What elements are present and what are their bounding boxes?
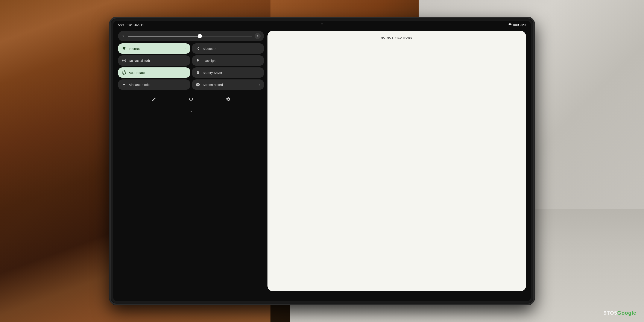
tile-screenrecord[interactable]: Screen record › [192, 80, 264, 90]
wifi-icon [508, 24, 512, 26]
tile-autorotate-label: Auto-rotate [129, 71, 186, 74]
tile-bluetooth[interactable]: Bluetooth [192, 43, 264, 54]
tile-screenrecord-chevron: › [259, 83, 260, 86]
airplane-tile-icon [122, 82, 126, 87]
auto-brightness-button[interactable] [254, 33, 260, 39]
notification-panel: NO NOTIFICATIONS [268, 31, 526, 291]
no-notifications-label: NO NOTIFICATIONS [381, 36, 412, 39]
battery-percent: 97% [520, 23, 526, 26]
watermark-google: Google [617, 310, 636, 316]
dnd-tile-icon [122, 58, 126, 63]
tile-internet[interactable]: Internet › [118, 43, 190, 54]
settings-button[interactable] [224, 95, 232, 104]
tile-internet-label: Internet [129, 47, 183, 50]
tile-airplanemode[interactable]: Airplane mode [118, 80, 190, 90]
tile-dnd[interactable]: Do Not Disturb [118, 56, 190, 66]
status-bar: 5:21 Tue, Jan 11 97% [113, 20, 531, 29]
power-button[interactable] [187, 95, 195, 104]
tile-flashlight[interactable]: Flashlight [192, 56, 264, 66]
tile-autorotate[interactable]: Auto-rotate [118, 68, 190, 78]
battery-fill [514, 24, 518, 26]
screenrecord-tile-icon [196, 82, 200, 87]
collapse-icon: ⌄ [189, 108, 193, 113]
battery-display: 97% [514, 23, 526, 26]
tile-bluetooth-label: Bluetooth [203, 47, 260, 50]
tile-batterysaver-label: Battery Saver [203, 71, 260, 74]
tile-grid: Internet › Bluetooth Do Not Disturb [118, 43, 264, 90]
tablet-screen: 5:21 Tue, Jan 11 97% [113, 20, 531, 302]
status-date: Tue, Jan 11 [127, 23, 144, 27]
tile-airplane-label: Airplane mode [129, 83, 186, 86]
tablet-frame: 5:21 Tue, Jan 11 97% [110, 17, 534, 305]
watermark: 9TO5Google [604, 310, 636, 316]
flashlight-tile-icon [196, 58, 200, 63]
brightness-row[interactable] [118, 31, 264, 41]
battery-icon [514, 24, 518, 26]
edit-tiles-button[interactable] [150, 95, 158, 104]
tile-dnd-label: Do Not Disturb [129, 59, 186, 62]
status-time: 5:21 [118, 23, 124, 27]
bluetooth-tile-icon [196, 46, 200, 51]
autorotate-tile-icon [122, 70, 126, 75]
brightness-thumb [198, 34, 202, 38]
wifi-tile-icon [122, 46, 126, 51]
qs-collapse[interactable]: ⌄ [118, 107, 264, 114]
brightness-low-icon [122, 34, 125, 38]
batterysaver-tile-icon [196, 70, 200, 75]
tile-flashlight-label: Flashlight [203, 59, 260, 62]
tile-batterysaver[interactable]: Battery Saver [192, 68, 264, 78]
brightness-slider[interactable] [128, 36, 252, 36]
qs-bottom-actions [118, 92, 264, 107]
svg-point-0 [257, 36, 258, 37]
quick-settings-panel: Internet › Bluetooth Do Not Disturb [118, 31, 264, 114]
tile-internet-chevron: › [185, 47, 186, 50]
status-right: 97% [508, 23, 526, 26]
tile-screenrecord-label: Screen record [203, 83, 256, 86]
